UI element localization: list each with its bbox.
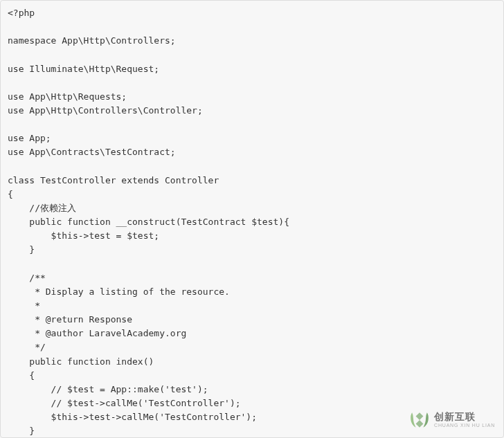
watermark-logo-icon: [406, 407, 433, 433]
watermark-cn-label: 创新互联: [434, 412, 495, 422]
watermark-text: 创新互联 CHUANG XIN HU LIAN: [434, 412, 495, 428]
watermark-py-label: CHUANG XIN HU LIAN: [434, 423, 495, 428]
code-block: <?php namespace App\Http\Controllers; us…: [8, 6, 496, 438]
watermark: 创新互联 CHUANG XIN HU LIAN: [406, 407, 495, 433]
